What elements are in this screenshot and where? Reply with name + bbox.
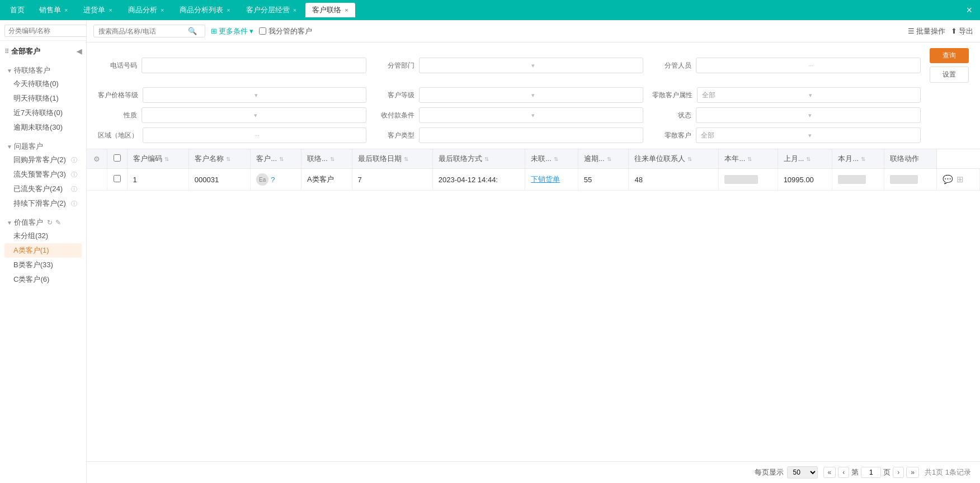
filter-input-nature[interactable]: ▾ [142,107,366,123]
table-col-overdue[interactable]: 逾期... ⇅ [578,149,629,169]
filter-more-arrow: ▾ [249,27,253,35]
filter-input-dept[interactable]: ▾ [419,58,644,73]
sidebar-pending-arrow: ▼ [7,68,12,74]
nav-tab-customer-contact[interactable]: 客户联络 × [305,3,355,17]
nav-tab-customer-tier-label: 客户分层经营 [246,5,290,15]
sidebar-item-tomorrow-pending[interactable]: 明天待联络(1) [4,91,82,106]
filter-field-customer-type: 客户类型 [375,127,644,143]
sidebar-item-ungrouped[interactable]: 未分组(32) [4,229,82,243]
table-col-last-contact-method[interactable]: 最后联络方式 ⇅ [432,149,525,169]
nav-tab-analysis-list[interactable]: 商品分析列表 × [173,3,237,17]
filter-input-customer-level[interactable]: ▾ [419,87,644,103]
setting-button[interactable]: 设置 [930,67,969,83]
sidebar: 🔍 ⠿ 全部客户 ◀ ▼ 待联络客户 今天待联络(0) 明天待联络(1) 近7天… [0,20,87,483]
page-last-button[interactable]: » [906,467,919,478]
filter-search-input[interactable] [98,27,188,35]
table-col-code[interactable]: 客户编码 ⇅ [127,149,189,169]
sidebar-item-a-class-label: A类客户(1) [13,245,49,255]
sidebar-pending-contact-title[interactable]: ▼ 待联络客户 [4,63,82,77]
table-select-all[interactable] [114,154,121,162]
table-col-this-month[interactable]: 本月... ⇅ [832,149,884,169]
batch-operation-button[interactable]: ☰ 批量操作 [908,26,945,36]
sidebar-item-churn-warning-label: 流失预警客户(3) [13,169,66,179]
row-last-contact-method-link[interactable]: 下销货单 [531,175,560,183]
table-col-last-month[interactable]: 上月... ⇅ [778,149,832,169]
filter-input-retail-attr[interactable]: 全部 ▾ [697,87,921,103]
table-col-not-contacted[interactable]: 未联... ⇅ [525,149,578,169]
filter-input-retail-customer[interactable]: 全部 ▾ [696,127,921,143]
table-col-this-year[interactable]: 本年... ⇅ [719,149,778,169]
query-button[interactable]: 查询 [930,48,969,63]
sidebar-value-customers-title[interactable]: ▼ 价值客户 ↻ ✎ [4,215,82,229]
table-col-company-contact[interactable]: 往来单位联系人 ⇅ [629,149,719,169]
sidebar-item-b-class[interactable]: B类客户(33) [4,258,82,272]
sort-icon-last-contact-method: ⇅ [484,156,489,162]
nav-tab-analysis-list-close[interactable]: × [227,7,230,13]
sidebar-item-a-class[interactable]: A类客户(1) [4,243,82,258]
row-checkbox[interactable] [114,175,121,182]
per-page-select[interactable]: 50 20 100 [787,466,818,479]
page-first-button[interactable]: « [823,467,836,478]
filter-input-customer-type[interactable] [419,127,644,143]
table-col-name[interactable]: 客户名称 ⇅ [189,149,250,169]
sidebar-item-7days-pending[interactable]: 近7天待联络(0) [4,106,82,120]
filter-more-label: 更多条件 [219,26,248,36]
sidebar-all-customers-title[interactable]: ⠿ 全部客户 ◀ [4,44,82,59]
filter-retail-attr-arrow: ▾ [809,92,916,99]
row-chat-icon[interactable]: 💬 [943,174,953,184]
filter-input-region[interactable]: ··· [143,127,366,143]
sidebar-item-overdue-pending[interactable]: 逾期未联络(30) [4,120,82,135]
page-next-button[interactable]: › [893,467,904,478]
nav-tab-purchase[interactable]: 进货单 × [77,3,119,17]
filter-search-button[interactable]: 🔍 [188,27,197,35]
sidebar-item-ungrouped-label: 未分组(32) [13,231,48,241]
nav-tab-customer-tier-close[interactable]: × [293,7,296,13]
nav-tab-customer-tier[interactable]: 客户分层经营 × [239,3,303,17]
sidebar-collapse-icon[interactable]: ◀ [77,48,82,55]
page-prev-button[interactable]: ‹ [838,467,849,478]
row-name-label[interactable]: ? [271,176,275,184]
nav-tab-sales-close[interactable]: × [64,7,68,13]
nav-home[interactable]: 首页 [4,3,30,17]
export-button[interactable]: ⬆ 导出 [951,26,973,36]
sidebar-item-declining[interactable]: 持续下滑客户(2) ⓘ [4,196,82,211]
filter-label-nature: 性质 [98,111,137,120]
my-customers-checkbox[interactable] [259,27,266,35]
nav-tab-analysis-close[interactable]: × [161,7,164,13]
filter-input-status[interactable]: ▾ [696,107,921,123]
nav-tab-purchase-close[interactable]: × [109,7,112,13]
nav-tab-analysis[interactable]: 商品分析 × [121,3,171,17]
sidebar-problem-customers-title[interactable]: ▼ 问题客户 [4,139,82,153]
table-col-last-contact-date[interactable]: 最后联络日期 ⇅ [352,149,432,169]
page-number-input[interactable] [861,467,881,478]
row-last-contact-method[interactable]: 下销货单 [525,169,578,191]
sidebar-item-churn-warning[interactable]: 流失预警客户(3) ⓘ [4,167,82,182]
table-col-contact-count[interactable]: 联络... ⇅ [301,149,352,169]
sidebar-item-c-class[interactable]: C类客户(6) [4,272,82,287]
filter-label-status: 状态 [652,111,691,120]
filter-input-price-level[interactable]: ▾ [143,87,366,103]
nav-tab-customer-contact-close[interactable]: × [345,7,348,13]
sidebar-item-today-pending[interactable]: 今天待联络(0) [4,77,82,91]
sidebar-all-customers-label: 全部客户 [11,46,40,56]
filter-label-region: 区域（地区） [98,131,138,140]
filter-more-conditions[interactable]: ⊞ 更多条件 ▾ [211,26,253,36]
nav-tab-sales[interactable]: 销售单 × [32,3,74,17]
filter-input-person[interactable]: ··· [696,58,921,73]
table-row: 1 000031 Ea ? A类客户 7 2023-04-12 14:44: [87,169,980,191]
content-area: 🔍 ⊞ 更多条件 ▾ 我分管的客户 ☰ 批量操作 ⬆ 导出 [87,20,980,483]
row-avatar: Ea [256,173,268,186]
table-col-gear[interactable]: ⚙ [87,149,107,169]
my-customers-filter[interactable]: 我分管的客户 [259,26,312,36]
close-all-button[interactable]: × [963,4,976,16]
filter-input-phone[interactable] [142,58,366,73]
table-col-level[interactable]: 客户... ⇅ [251,149,301,169]
sidebar-search-input[interactable] [4,25,87,37]
sidebar-edit-icon[interactable]: ✎ [55,219,61,226]
filter-input-payment[interactable]: ▾ [419,107,644,123]
sidebar-refresh-icon[interactable]: ↻ [47,219,53,226]
sidebar-item-7days-pending-label: 近7天待联络(0) [13,108,63,118]
sidebar-item-abnormal-repurchase[interactable]: 回购异常客户(2) ⓘ [4,153,82,167]
row-grid-icon[interactable]: ⊞ [957,174,964,184]
sidebar-item-churned[interactable]: 已流失客户(24) ⓘ [4,182,82,196]
